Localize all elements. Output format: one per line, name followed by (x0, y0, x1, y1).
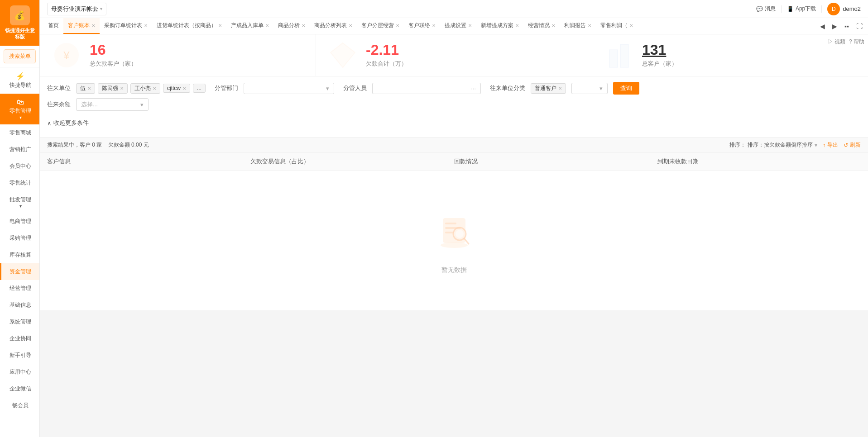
export-icon: ↑ (823, 142, 825, 148)
tab-bar: 首页 客户账本 ✕ 采购订单统计表 ✕ 进货单统计表（按商品） ✕ 产成品入库单… (40, 18, 868, 34)
stat-value-debt: -2.11 (366, 43, 581, 57)
tab-close-icon[interactable]: ✕ (302, 23, 305, 28)
sidebar-logo[interactable]: 💰 畅捷通好生意 标版 (0, 0, 39, 46)
sidebar-item-quick-nav[interactable]: ⚡ 快捷导航 (0, 67, 39, 94)
tab-close-icon[interactable]: ✕ (588, 23, 591, 28)
sidebar-item-enterprise-coop[interactable]: 企业协同 (0, 330, 39, 347)
tab-inbound-stats[interactable]: 进货单统计表（按商品） ✕ (152, 18, 226, 34)
tab-customer-account[interactable]: 客户账本 ✕ (63, 18, 100, 34)
sidebar-item-inventory[interactable]: 库存核算 (0, 247, 39, 263)
chevron-down-icon: ▾ (599, 85, 603, 92)
logo-text: 畅捷通好生意 标版 (4, 27, 36, 40)
filter-tag-cj: cjttcw ✕ (163, 84, 190, 93)
help-link[interactable]: ? 帮助 (849, 38, 864, 46)
col-repayment: 回款情况 (454, 157, 657, 166)
sidebar-item-marketing[interactable]: 营销推广 (0, 141, 39, 158)
search-button[interactable]: 查询 (613, 82, 639, 95)
sidebar-item-basic-info[interactable]: 基础信息 (0, 297, 39, 314)
page-content: ¥ 16 总欠款客户（家） (40, 34, 868, 310)
stat-value-customers[interactable]: 131 (642, 43, 857, 57)
sidebar-item-retail-mall[interactable]: 零售商城 (0, 124, 39, 141)
sidebar-item-ecommerce[interactable]: 电商管理 (0, 213, 39, 230)
tab-close-icon[interactable]: ✕ (396, 23, 399, 28)
tab-close-icon[interactable]: ✕ (432, 23, 436, 28)
tab-close-icon[interactable]: ✕ (265, 23, 269, 28)
tag-close-icon[interactable]: ✕ (153, 86, 156, 91)
tab-purchase-order[interactable]: 采购订单统计表 ✕ (100, 18, 152, 34)
tab-close-icon[interactable]: ✕ (349, 23, 352, 28)
tab-close-icon[interactable]: ✕ (91, 23, 95, 28)
tab-commission-settings[interactable]: 提成设置 ✕ (440, 18, 476, 34)
tab-label: 首页 (48, 22, 59, 29)
tab-label: 新增提成方案 (481, 22, 513, 29)
export-button[interactable]: ↑ 导出 (823, 141, 838, 149)
store-selector[interactable]: 母婴行业演示帐套 ▾ (47, 3, 106, 15)
sidebar-item-finance[interactable]: 资金管理 (0, 263, 39, 280)
sidebar-item-operations[interactable]: 经营管理 (0, 280, 39, 297)
sidebar-item-purchase[interactable]: 采购管理 (0, 230, 39, 247)
stat-content-customers: 131 总客户（家） (642, 43, 857, 68)
message-button[interactable]: 💬 消息 (756, 5, 776, 13)
tab-close-icon[interactable]: ✕ (468, 23, 472, 28)
sidebar-item-member[interactable]: 畅会员 (0, 397, 39, 414)
sidebar-item-retail-management[interactable]: 🛍 零售管理 ▾ (0, 94, 39, 124)
refresh-button[interactable]: ↺ 刷新 (844, 141, 861, 149)
sidebar-item-system[interactable]: 系统管理 (0, 314, 39, 330)
sidebar-item-retail-stats[interactable]: 零售统计 (0, 175, 39, 191)
tab-operation-status[interactable]: 经营情况 ✕ (523, 18, 560, 34)
tabs-next-button[interactable]: ▶ (830, 21, 839, 32)
sidebar-item-label: 零售商城 (3, 129, 38, 137)
chevron-down-icon: ▾ (326, 85, 329, 92)
user-menu[interactable]: D demo2 (827, 3, 861, 15)
sidebar-item-app-center[interactable]: 应用中心 (0, 364, 39, 380)
logo-icon: 💰 (10, 5, 30, 25)
sidebar-search-section: 搜索菜单 (0, 46, 39, 67)
tabs-menu-button[interactable]: ▪▪ (843, 21, 851, 32)
tab-close-icon[interactable]: ✕ (515, 23, 519, 28)
video-link[interactable]: ▷ 视频 (828, 38, 845, 46)
tab-close-icon[interactable]: ✕ (551, 23, 555, 28)
tab-customer-connect[interactable]: 客户联络 ✕ (404, 18, 440, 34)
tag-close-icon[interactable]: ✕ (87, 86, 91, 91)
tag-label: 普通客户 (535, 85, 556, 92)
tab-product-inbound[interactable]: 产成品入库单 ✕ (226, 18, 273, 34)
store-name: 母婴行业演示帐套 (51, 5, 98, 13)
stat-label-debt: 欠款合计（万） (366, 60, 581, 68)
tag-close-icon[interactable]: ✕ (558, 86, 562, 91)
search-menu-button[interactable]: 搜索菜单 (4, 49, 36, 63)
sidebar-item-label: 营销推广 (3, 146, 38, 153)
tabs-prev-button[interactable]: ◀ (818, 21, 827, 32)
sort-selector[interactable]: 排序： 排序：按欠款金额倒序排序 ▾ (729, 141, 817, 149)
tab-close-icon[interactable]: ✕ (629, 23, 633, 28)
data-table: 客户信息 欠款交易信息（占比） 回款情况 到期未收款日期 (40, 153, 868, 310)
sidebar-item-enterprise-wechat[interactable]: 企业微信 (0, 380, 39, 397)
sidebar-item-new-guide[interactable]: 新手引导 (0, 347, 39, 364)
collapse-button[interactable]: ∧ 收起更多条件 (47, 116, 861, 130)
category-select[interactable]: ▾ (571, 83, 608, 94)
tag-close-icon[interactable]: ✕ (182, 86, 186, 91)
tabs-fullscreen-button[interactable]: ⛶ (854, 21, 864, 32)
tab-retail-profit[interactable]: 零售利润（ ✕ (596, 18, 638, 34)
sidebar-item-member-center[interactable]: 会员中心 (0, 158, 39, 175)
tab-product-analysis-list[interactable]: 商品分析列表 ✕ (310, 18, 357, 34)
person-select[interactable]: ··· (372, 83, 481, 94)
sidebar-item-wholesale[interactable]: 批发管理 ▾ (0, 191, 39, 213)
tab-close-icon[interactable]: ✕ (218, 23, 222, 28)
tab-product-analysis[interactable]: 商品分析 ✕ (273, 18, 310, 34)
balance-select[interactable]: 选择... ▾ (76, 98, 149, 111)
sidebar: 💰 畅捷通好生意 标版 搜索菜单 ⚡ 快捷导航 🛍 零售管理 ▾ 零售商城 营销… (0, 0, 40, 437)
tab-new-commission[interactable]: 新增提成方案 ✕ (476, 18, 523, 34)
chevron-up-icon: ∧ (47, 120, 52, 127)
tag-close-icon[interactable]: ✕ (120, 86, 124, 91)
sidebar-item-label: 零售管理 (3, 107, 38, 115)
tab-close-icon[interactable]: ✕ (144, 23, 148, 28)
tab-label: 客户账本 (68, 22, 90, 29)
stat-card-customers: 131 总客户（家） ▷ 视频 ? 帮助 (592, 34, 868, 76)
app-download-button[interactable]: 📱 App下载 (787, 5, 816, 13)
tab-customer-segment[interactable]: 客户分层经营 ✕ (357, 18, 404, 34)
tab-profit-report[interactable]: 利润报告 ✕ (560, 18, 596, 34)
tab-home[interactable]: 首页 (43, 18, 63, 34)
retail-icon: 🛍 (3, 98, 38, 106)
dept-select[interactable]: ▾ (244, 83, 334, 94)
filter-tag-more[interactable]: ... (193, 84, 206, 93)
